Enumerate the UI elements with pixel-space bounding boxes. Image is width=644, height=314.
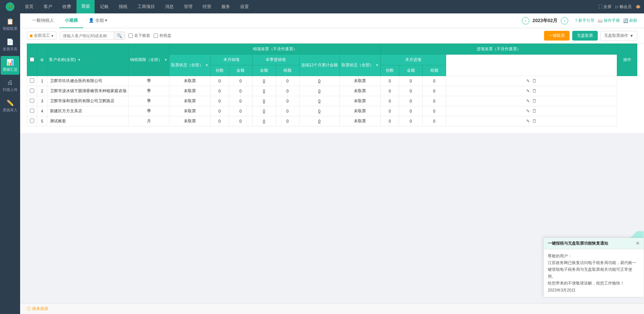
tab-small-scale[interactable]: 小规模 [59,13,83,28]
row-period: 季 [128,96,169,106]
edit-icon[interactable]: ✎ [526,88,530,93]
customer-search-input[interactable] [60,32,114,40]
cumul12-link[interactable]: 0 [318,99,321,104]
row-checkbox-0[interactable] [30,78,34,83]
customer-filter-icon[interactable]: ▼ [77,58,81,62]
one-click-retrieve-btn[interactable]: 一键取票 [544,31,570,41]
no-disk-retrieve-btn[interactable]: 无盘取票 [572,31,598,41]
input-status-filter-icon[interactable]: ▼ [375,63,379,67]
quarter-amount-link[interactable]: 0 [263,99,265,104]
nav-invoice[interactable]: 票据 [76,0,95,13]
sidebar-item-issue-invoice[interactable]: 📄 发票开具 [1,36,19,54]
new-guide-btn[interactable]: ? 新手引导 [575,18,594,23]
view-icon[interactable]: 🗒 [532,78,537,83]
next-month-btn[interactable]: › [561,17,568,24]
cumul12-link[interactable]: 0 [318,89,321,93]
nav-home[interactable]: 首页 [20,0,38,13]
member-btn[interactable]: ▷ 畅会员 [615,4,632,10]
refresh-btn[interactable]: 🔄 刷新 [623,18,637,23]
tab-all[interactable]: 👤 全能 ▾ [83,13,113,28]
col-this-month-input: 本月进项 [381,55,446,65]
quarter-amount-link[interactable]: 0 [263,109,265,114]
fullscreen-btn[interactable]: ⛶ 全屏 [598,4,611,10]
row-no-cell: 4 [37,106,47,116]
col-sales-group: 销项发票（不含作废票） [169,44,381,55]
nav-business[interactable]: 工商项目 [133,0,160,13]
period-filter-icon[interactable]: ▼ [164,58,167,62]
nav-settings[interactable]: 设置 [235,0,254,13]
chevron-down-icon: ▾ [105,18,107,23]
notif-triangle [630,231,644,238]
edit-icon[interactable]: ✎ [526,99,530,104]
notification-popup: 一键报税与无盘取票功能恢复通知 ✕ 尊敬的用户： 江苏政务网已恢复访问电子税务局… [543,238,644,297]
row-input-month-count: 0 [381,86,399,96]
nav-service[interactable]: 服务 [217,0,235,13]
search-button[interactable]: 🔍 [114,32,125,40]
cumul12-link[interactable]: 0 [318,79,321,83]
row-sales-status: 未取票 [169,116,210,126]
nav-operations[interactable]: 经营 [198,0,216,13]
customer-search-wrap: 🔍 [60,32,125,40]
nav-tax[interactable]: 报税 [114,0,132,13]
nav-management[interactable]: 管理 [179,0,197,13]
sidebar-item-invoice-summary[interactable]: 📊 票据汇总 [1,56,19,75]
view-icon[interactable]: 🗒 [532,88,537,93]
row-sales-quarter-amount: 0 [252,106,276,116]
view-icon[interactable]: 🗒 [532,109,537,114]
row-input-status: 未取票 [339,96,380,106]
no-disk-ops-btn[interactable]: 无盘取票操作 ▼ [600,31,637,41]
row-checkbox-cell [27,116,37,126]
nav-billing[interactable]: 收费 [58,0,76,13]
nav-message[interactable]: 消息 [160,0,178,13]
quarter-amount-link[interactable]: 0 [263,89,265,93]
invoice-table: ⚙ 客户名称(全部) ▼ 纳税期限（全部） ▼ 销项发票（不含作废票） 进项发票… [27,44,637,126]
row-sales-month-amount: 0 [229,106,252,116]
top-right-actions: ⛶ 全屏 ▷ 畅会员 🐵 [598,4,641,10]
tab-general-taxpayer[interactable]: 一般纳税人 [27,13,59,28]
row-checkbox-4[interactable] [30,119,34,123]
tax-policy-link[interactable]: 税务政策 [32,306,48,312]
notification-body: 尊敬的用户： 江苏政务网已恢复访问电子税务局功能，易代账一键登陆电子税务局与无盘… [544,249,644,297]
view-icon[interactable]: 🗒 [532,99,537,104]
has-tax-disk-checkbox[interactable] [154,34,158,38]
row-cumul12: 0 [299,96,339,106]
sidebar-item-scan-upload[interactable]: 🖨 扫描上传 [1,76,19,95]
member-icon: ▷ [615,4,619,9]
edit-icon[interactable]: ✎ [526,119,530,124]
nav-customer[interactable]: 客户 [39,0,57,13]
table-row: 1 卫辉市玖玖健合医药有限公司 季 未取票 0 0 0 0 0 未取票 0 0 … [27,76,637,86]
quarter-amount-link[interactable]: 0 [263,79,265,83]
view-icon[interactable]: 🗒 [532,119,537,124]
col-sales-month-amount: 金额 [229,65,252,76]
col-input-status: 取票状态（全部） ▼ [339,55,380,76]
row-input-month-amount: 0 [399,116,423,126]
notification-close-btn[interactable]: ✕ [636,241,640,246]
quarter-amount-link[interactable]: 0 [263,119,265,124]
row-input-month-tax: 0 [423,76,446,86]
row-checkbox-3[interactable] [30,109,34,113]
sidebar-item-smart-ticket[interactable]: 📋 智能取票 [1,15,19,34]
col-operations: 操作 [617,44,637,76]
select-all-checkbox[interactable] [30,57,34,62]
cumul12-link[interactable]: 0 [318,109,321,114]
sidebar-item-invoice-entry[interactable]: ✏️ 票据录入 [1,97,19,115]
edit-icon[interactable]: ✎ [526,78,530,83]
row-sales-quarter-amount: 0 [252,116,276,126]
cumul12-link[interactable]: 0 [318,119,321,124]
row-checkbox-1[interactable] [30,88,34,93]
sales-status-filter-icon[interactable]: ▼ [205,63,209,67]
my-accounts-checkbox[interactable] [128,34,133,38]
row-checkbox-2[interactable] [30,99,34,103]
row-period: 季 [128,106,169,116]
has-tax-disk-filter[interactable]: 有税盘 [154,33,171,39]
prev-month-btn[interactable]: ‹ [522,17,529,24]
manual-btn[interactable]: 📖 操作手册 [598,18,620,23]
user-avatar[interactable]: 🐵 [636,4,641,9]
my-accounts-filter[interactable]: 名下账套 [128,33,150,39]
nav-bookkeeping[interactable]: 记账 [95,0,113,13]
invoice-entry-icon: ✏️ [6,99,14,107]
row-checkbox-cell [27,86,37,96]
row-sales-month-count: 0 [210,76,229,86]
edit-icon[interactable]: ✎ [526,109,530,114]
employee-filter[interactable]: 全部员工 ▾ [27,32,56,40]
